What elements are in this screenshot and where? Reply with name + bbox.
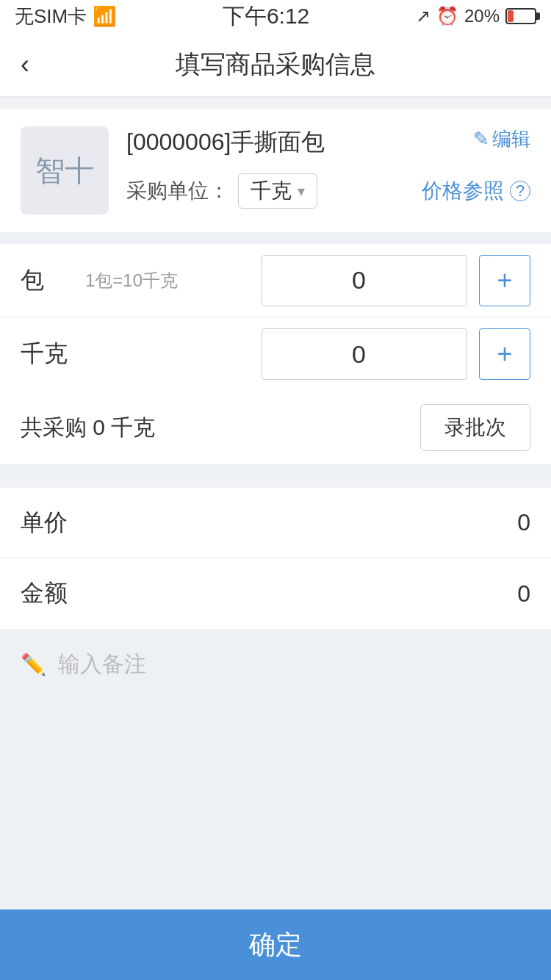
- input-section: 包 1包=10千克 + 千克 +: [0, 244, 551, 391]
- edit-button[interactable]: ✎ 编辑: [473, 126, 530, 152]
- price-section: 单价 0 金额 0: [0, 488, 551, 629]
- kg-label: 千克: [21, 338, 79, 370]
- carrier-text: 无SIM卡: [15, 4, 87, 29]
- status-right: ↗ ⏰ 20%: [416, 6, 536, 26]
- status-left: 无SIM卡 📶: [15, 4, 116, 29]
- remark-section[interactable]: ✏️ 输入备注: [0, 629, 551, 700]
- divider-2: [0, 464, 551, 476]
- alarm-icon: ⏰: [436, 6, 458, 26]
- back-button[interactable]: ‹: [21, 49, 29, 80]
- remark-placeholder: 输入备注: [58, 649, 146, 680]
- bao-label: 包: [21, 264, 79, 297]
- price-reference-button[interactable]: 价格参照 ?: [422, 177, 530, 205]
- status-time: 下午6:12: [223, 1, 309, 32]
- confirm-button[interactable]: 确定: [0, 909, 551, 980]
- divider-1: [0, 232, 551, 244]
- kg-input-row: 千克 +: [0, 317, 551, 391]
- kg-plus-button[interactable]: +: [479, 328, 530, 380]
- nav-bar: ‹ 填写商品采购信息: [0, 32, 551, 97]
- battery-percentage: 20%: [464, 6, 500, 26]
- amount-row: 金额 0: [0, 558, 551, 629]
- content-fill: [0, 700, 551, 920]
- location-icon: ↗: [416, 6, 431, 26]
- wifi-icon: 📶: [93, 5, 116, 28]
- product-info: [0000006]手撕面包 ✎ 编辑 采购单位： 千克 ▾ 价格参照 ?: [126, 126, 530, 209]
- amount-value: 0: [517, 580, 530, 608]
- summary-row: 共采购 0 千克 录批次: [0, 391, 551, 464]
- unit-label: 采购单位：: [126, 179, 229, 202]
- batch-button[interactable]: 录批次: [420, 404, 530, 451]
- bao-plus-button[interactable]: +: [479, 255, 530, 306]
- product-image: 智十: [21, 126, 109, 215]
- unit-price-value: 0: [517, 509, 530, 536]
- kg-input[interactable]: [262, 328, 467, 380]
- pencil-icon: ✏️: [21, 652, 46, 677]
- summary-text: 共采购 0 千克: [21, 413, 155, 443]
- help-icon: ?: [510, 181, 530, 201]
- bao-input[interactable]: [262, 255, 467, 306]
- product-card: 智十 [0000006]手撕面包 ✎ 编辑 采购单位： 千克 ▾ 价格参照 ?: [0, 109, 551, 232]
- status-bar: 无SIM卡 📶 下午6:12 ↗ ⏰ 20%: [0, 0, 551, 32]
- product-logo: 智十: [35, 151, 94, 191]
- edit-icon: ✎: [473, 128, 489, 151]
- chevron-down-icon: ▾: [298, 182, 305, 200]
- page-title: 填写商品采购信息: [176, 48, 375, 82]
- unit-selector[interactable]: 千克 ▾: [238, 173, 317, 209]
- bao-input-row: 包 1包=10千克 +: [0, 244, 551, 317]
- product-name: [0000006]手撕面包: [126, 126, 325, 159]
- unit-price-row: 单价 0: [0, 488, 551, 558]
- amount-label: 金额: [21, 577, 68, 610]
- unit-price-label: 单价: [21, 507, 68, 539]
- battery-icon: [505, 8, 536, 24]
- bao-sublabel: 1包=10千克: [85, 269, 178, 292]
